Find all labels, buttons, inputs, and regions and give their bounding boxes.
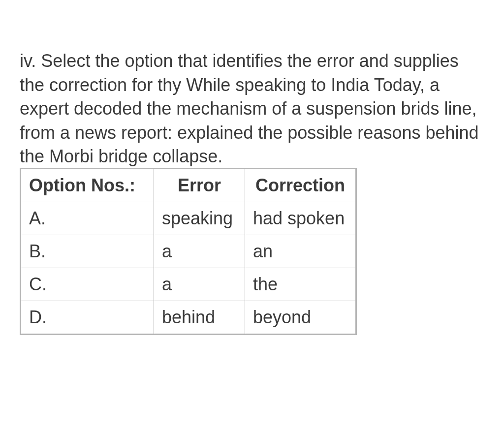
question-prompt: iv. Select the option that identifies th… [20, 49, 482, 169]
cell-error: a [154, 235, 245, 268]
cell-option: A. [21, 202, 154, 235]
options-table: Option Nos.: Error Correction A. speakin… [21, 169, 356, 334]
header-error: Error [154, 169, 245, 202]
cell-error: a [154, 268, 245, 301]
cell-error: behind [154, 301, 245, 334]
table-row: D. behind beyond [21, 301, 356, 334]
cell-correction: the [245, 268, 356, 301]
cell-option: B. [21, 235, 154, 268]
cell-correction: an [245, 235, 356, 268]
table-header-row: Option Nos.: Error Correction [21, 169, 356, 202]
table-row: A. speaking had spoken [21, 202, 356, 235]
cell-error: speaking [154, 202, 245, 235]
options-table-container: Option Nos.: Error Correction A. speakin… [20, 168, 357, 335]
header-correction: Correction [245, 169, 356, 202]
cell-option: D. [21, 301, 154, 334]
header-option-nos: Option Nos.: [21, 169, 154, 202]
table-row: B. a an [21, 235, 356, 268]
cell-option: C. [21, 268, 154, 301]
table-row: C. a the [21, 268, 356, 301]
cell-correction: beyond [245, 301, 356, 334]
cell-correction: had spoken [245, 202, 356, 235]
